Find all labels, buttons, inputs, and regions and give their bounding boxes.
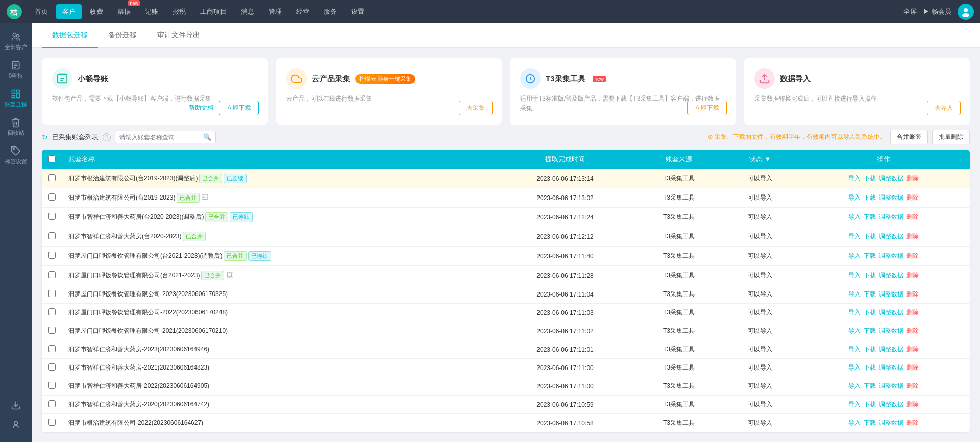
sidebar-item-zero-declare[interactable]: 0申报 [0, 56, 32, 84]
action-删除[interactable]: 删除 [906, 252, 919, 259]
nav-operation[interactable]: 经营 [290, 4, 315, 19]
action-下载[interactable]: 下载 [864, 364, 876, 371]
nav-message[interactable]: 消息 [235, 4, 260, 19]
action-导入[interactable]: 导入 [848, 290, 861, 298]
action-导入[interactable]: 导入 [848, 364, 861, 371]
nav-accounting[interactable]: 记账 [139, 4, 164, 19]
action-删除[interactable]: 删除 [906, 272, 919, 279]
search-input[interactable] [119, 134, 201, 141]
action-下载[interactable]: 下载 [864, 327, 876, 334]
action-删除[interactable]: 删除 [906, 346, 919, 353]
action-导入[interactable]: 导入 [848, 175, 861, 182]
action-下载[interactable]: 下载 [864, 419, 876, 426]
row-checkbox[interactable] [48, 252, 56, 259]
sidebar-item-recycle[interactable]: 回收站 [0, 113, 32, 141]
app-logo[interactable]: 桔 [6, 4, 22, 20]
action-调整数据[interactable]: 调整数据 [879, 272, 903, 279]
nav-settings[interactable]: 设置 [345, 4, 371, 19]
action-导入[interactable]: 导入 [848, 327, 861, 334]
row-checkbox[interactable] [48, 363, 56, 371]
action-导入[interactable]: 导入 [848, 346, 861, 353]
merge-account-btn[interactable]: 合并账套 [890, 130, 928, 144]
search-icon[interactable]: 🔍 [203, 133, 211, 141]
action-下载[interactable]: 下载 [864, 272, 876, 279]
action-调整数据[interactable]: 调整数据 [879, 327, 903, 334]
action-导入[interactable]: 导入 [848, 309, 861, 316]
action-导入[interactable]: 导入 [848, 233, 861, 240]
nav-customer[interactable]: 客户 [56, 4, 82, 19]
action-调整数据[interactable]: 调整数据 [879, 194, 903, 201]
action-删除[interactable]: 删除 [906, 290, 919, 298]
row-checkbox[interactable] [48, 271, 56, 278]
action-删除[interactable]: 删除 [906, 419, 919, 426]
row-checkbox[interactable] [48, 345, 56, 352]
row-checkbox[interactable] [48, 400, 56, 407]
batch-delete-btn[interactable]: 批量删除 [932, 130, 970, 144]
action-删除[interactable]: 删除 [906, 382, 919, 389]
row-checkbox[interactable] [48, 232, 56, 239]
action-下载[interactable]: 下载 [864, 194, 876, 201]
action-删除[interactable]: 删除 [906, 194, 919, 201]
help-icon[interactable]: ? [103, 133, 111, 141]
action-下载[interactable]: 下载 [864, 213, 876, 220]
sidebar-item-account-migrate[interactable]: 账套迁移 [0, 85, 32, 112]
action-下载[interactable]: 下载 [864, 233, 876, 240]
tab-audit-export[interactable]: 审计文件导出 [147, 23, 210, 48]
action-删除[interactable]: 删除 [906, 309, 919, 316]
action-调整数据[interactable]: 调整数据 [879, 233, 903, 240]
cloud-collect-btn[interactable]: 去采集 [459, 101, 493, 115]
fullscreen-btn[interactable]: 全屏 [903, 7, 917, 16]
action-调整数据[interactable]: 调整数据 [879, 290, 903, 298]
action-下载[interactable]: 下载 [864, 346, 876, 353]
action-下载[interactable]: 下载 [864, 175, 876, 182]
action-删除[interactable]: 删除 [906, 364, 919, 371]
action-删除[interactable]: 删除 [906, 213, 919, 220]
action-导入[interactable]: 导入 [848, 382, 861, 389]
row-checkbox[interactable] [48, 327, 56, 334]
user-avatar[interactable] [958, 4, 974, 20]
action-调整数据[interactable]: 调整数据 [879, 213, 903, 220]
action-调整数据[interactable]: 调整数据 [879, 309, 903, 316]
action-删除[interactable]: 删除 [906, 233, 919, 240]
action-导入[interactable]: 导入 [848, 272, 861, 279]
sidebar-item-user-settings[interactable] [9, 415, 23, 434]
action-导入[interactable]: 导入 [848, 419, 861, 426]
action-删除[interactable]: 删除 [906, 175, 919, 182]
action-调整数据[interactable]: 调整数据 [879, 382, 903, 389]
nav-fee[interactable]: 收费 [84, 4, 109, 19]
action-调整数据[interactable]: 调整数据 [879, 419, 903, 426]
action-删除[interactable]: 删除 [906, 401, 919, 408]
action-调整数据[interactable]: 调整数据 [879, 175, 903, 182]
action-导入[interactable]: 导入 [848, 213, 861, 220]
tab-backup-migrate[interactable]: 备份迁移 [98, 23, 147, 48]
tab-data-migrate[interactable]: 数据包迁移 [42, 23, 98, 48]
sidebar-item-all-clients[interactable]: 全部客户 [0, 28, 32, 55]
row-checkbox[interactable] [48, 290, 56, 297]
nav-home[interactable]: 首页 [29, 4, 54, 19]
action-调整数据[interactable]: 调整数据 [879, 346, 903, 353]
row-checkbox[interactable] [48, 308, 56, 315]
row-checkbox[interactable] [48, 382, 56, 389]
nav-business[interactable]: 工商项目 [194, 4, 233, 19]
t3-download-btn[interactable]: 立即下载 [687, 101, 727, 115]
action-下载[interactable]: 下载 [864, 382, 876, 389]
sidebar-item-tag-settings[interactable]: 标签设置 [0, 142, 32, 169]
action-下载[interactable]: 下载 [864, 252, 876, 259]
nav-manage[interactable]: 管理 [262, 4, 288, 19]
action-导入[interactable]: 导入 [848, 401, 861, 408]
th-status[interactable]: 状态 ▼ [723, 150, 797, 169]
action-下载[interactable]: 下载 [864, 401, 876, 408]
row-checkbox[interactable] [48, 193, 56, 201]
action-下载[interactable]: 下载 [864, 290, 876, 298]
action-调整数据[interactable]: 调整数据 [879, 364, 903, 371]
action-调整数据[interactable]: 调整数据 [879, 252, 903, 259]
action-删除[interactable]: 删除 [906, 327, 919, 334]
row-checkbox[interactable] [48, 213, 56, 220]
xiaochange-help-link[interactable]: 帮助文档 [189, 104, 213, 112]
sidebar-item-download[interactable] [9, 396, 23, 414]
member-btn[interactable]: ▶ 畅会员 [923, 7, 951, 16]
nav-invoice[interactable]: 票据 new [111, 4, 137, 19]
action-调整数据[interactable]: 调整数据 [879, 401, 903, 408]
row-checkbox[interactable] [48, 174, 56, 181]
import-go-btn[interactable]: 去导入 [927, 101, 961, 115]
